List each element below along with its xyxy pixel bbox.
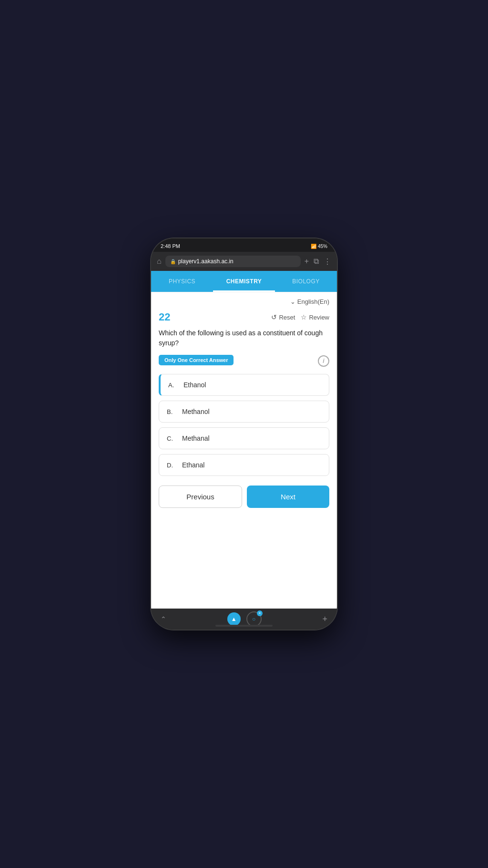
option-c[interactable]: C. Methanal bbox=[159, 427, 329, 449]
battery-level: 45% bbox=[318, 244, 327, 249]
url-box[interactable]: 🔒 playerv1.aakash.ac.in bbox=[165, 256, 301, 267]
back-chevron-icon[interactable]: ⌃ bbox=[161, 615, 166, 623]
option-b-label: B. bbox=[167, 408, 176, 415]
option-a-text: Ethanol bbox=[183, 381, 206, 389]
star-icon: ☆ bbox=[301, 313, 307, 321]
status-icons: 📶 45% bbox=[311, 244, 327, 249]
option-a-label: A. bbox=[168, 382, 178, 389]
new-tab-icon[interactable]: + bbox=[305, 257, 309, 266]
status-bar: 2:48 PM 📶 45% bbox=[151, 238, 337, 252]
bluetooth-icon: 📶 bbox=[311, 244, 316, 249]
option-c-label: C. bbox=[167, 435, 176, 442]
question-header: 22 ↺ Reset ☆ Review bbox=[159, 311, 329, 323]
question-number: 22 bbox=[159, 311, 170, 323]
home-indicator bbox=[215, 625, 273, 627]
option-d-label: D. bbox=[167, 462, 176, 469]
close-badge-icon: ✕ bbox=[257, 610, 263, 616]
option-b-text: Methanol bbox=[182, 408, 210, 415]
language-label: English(En) bbox=[297, 298, 329, 305]
review-button[interactable]: ☆ Review bbox=[301, 313, 329, 321]
option-d[interactable]: D. Ethanal bbox=[159, 454, 329, 476]
content-area: ⌄ English(En) 22 ↺ Reset ☆ Review bbox=[151, 292, 337, 523]
options-list: A. Ethanol B. Methanol C. Methanal D. Et… bbox=[159, 374, 329, 476]
option-a[interactable]: A. Ethanol bbox=[159, 374, 329, 396]
browser-bar: ⌂ 🔒 playerv1.aakash.ac.in + ⧉ ⋮ bbox=[151, 252, 337, 271]
lock-icon: 🔒 bbox=[170, 259, 176, 264]
menu-icon[interactable]: ⋮ bbox=[324, 257, 331, 266]
chevron-down-icon: ⌄ bbox=[290, 298, 295, 305]
tab-biology[interactable]: BIOLOGY bbox=[275, 271, 337, 292]
option-b[interactable]: B. Methanol bbox=[159, 401, 329, 423]
browser-actions: + ⧉ ⋮ bbox=[305, 257, 331, 266]
previous-button[interactable]: Previous bbox=[159, 486, 242, 508]
tab-chemistry[interactable]: CHEMISTRY bbox=[213, 271, 275, 292]
tab-physics[interactable]: PHYSICS bbox=[151, 271, 213, 292]
url-text: playerv1.aakash.ac.in bbox=[178, 258, 296, 265]
tabs-icon[interactable]: ⧉ bbox=[314, 257, 319, 266]
phone-shell: 2:48 PM 📶 45% ⌂ 🔒 playerv1.aakash.ac.in … bbox=[151, 238, 337, 630]
add-icon[interactable]: + bbox=[322, 614, 327, 624]
answer-type-badge: Only One Correct Answer bbox=[159, 355, 234, 365]
option-c-text: Methanal bbox=[182, 434, 210, 442]
question-actions: ↺ Reset ☆ Review bbox=[271, 313, 329, 321]
badge-row: Only One Correct Answer i bbox=[159, 355, 329, 367]
nav-buttons: Previous Next bbox=[159, 486, 329, 508]
question-text: Which of the following is used as a cons… bbox=[159, 328, 329, 348]
screen-content: PHYSICS CHEMISTRY BIOLOGY ⌄ English(En) … bbox=[151, 271, 337, 609]
home-icon[interactable]: ⌂ bbox=[157, 257, 162, 266]
aakash-icon[interactable]: ▲ bbox=[227, 612, 241, 626]
info-icon[interactable]: i bbox=[318, 355, 329, 367]
option-d-text: Ethanal bbox=[182, 461, 204, 469]
reset-button[interactable]: ↺ Reset bbox=[271, 313, 295, 321]
status-time: 2:48 PM bbox=[161, 243, 180, 249]
language-selector[interactable]: ⌄ English(En) bbox=[159, 298, 329, 305]
reset-icon: ↺ bbox=[271, 313, 277, 321]
subject-tabs: PHYSICS CHEMISTRY BIOLOGY bbox=[151, 271, 337, 292]
next-button[interactable]: Next bbox=[247, 486, 329, 508]
